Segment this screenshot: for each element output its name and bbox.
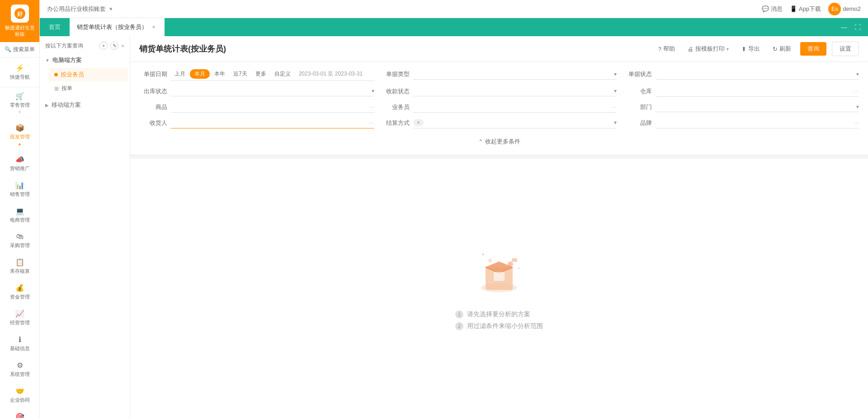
out-status-label: 出库状态: [139, 87, 171, 95]
pc-scheme-header[interactable]: ▼ 电脑端方案: [40, 53, 130, 67]
product-dots: ···: [369, 103, 374, 110]
app-logo[interactable]: 好 畅捷通好生意 标版: [0, 0, 39, 42]
salesperson-select[interactable]: ···: [413, 101, 617, 113]
brand-label: 品牌: [624, 119, 656, 127]
warehouse-dots: ···: [854, 87, 859, 95]
collapse-panel-btn[interactable]: «: [121, 43, 124, 49]
tab-close-btn[interactable]: ×: [150, 24, 157, 31]
sidebar-item-system[interactable]: ⚙ 系统管理: [0, 356, 39, 382]
mobile-scheme-header[interactable]: ▶ 移动端方案: [40, 98, 130, 112]
svg-point-5: [508, 261, 513, 267]
right-panel: 销货单统计表(按业务员) ? 帮助 🖨 按模板打印 ▾ ⬆ 导出: [130, 36, 868, 418]
date-custom-btn[interactable]: 自定义: [271, 69, 294, 79]
date-range-display: 2023-03-01 至 2023-03-31: [299, 70, 363, 78]
user-menu[interactable]: Ea demo2: [828, 3, 861, 15]
salesperson-dots: ···: [611, 103, 617, 110]
topbar-dropdown-icon[interactable]: ▾: [109, 5, 113, 12]
help-btn[interactable]: ? 帮助: [655, 43, 679, 55]
brand-select[interactable]: ···: [656, 117, 859, 128]
payment-arrow: ▾: [614, 119, 617, 126]
print-btn[interactable]: 🖨 按模板打印 ▾: [684, 43, 732, 55]
department-select[interactable]: ▾: [656, 102, 859, 112]
tab-sales-stats[interactable]: 销货单统计表（按业务员） ×: [70, 18, 165, 36]
tabbar: 首页 销货单统计表（按业务员） × — ⛶: [40, 18, 868, 36]
search-menu[interactable]: 🔍 搜索菜单: [0, 42, 39, 57]
scheme-item-by-salesperson[interactable]: 按业务员: [49, 68, 128, 81]
logo-icon: 好: [11, 5, 29, 23]
sidebar-item-collab[interactable]: 🤝 企业协同: [0, 382, 39, 408]
date-more-btn[interactable]: 更多: [252, 69, 270, 79]
topbar: 办公用品行业模拟账套 ▾ 💬 消息 📱 App下载 Ea demo2: [40, 0, 868, 18]
brand-dots: ···: [854, 119, 859, 126]
payment-method-select[interactable]: × ▾: [413, 117, 617, 128]
query-btn[interactable]: 查询: [800, 42, 826, 56]
app-download-btn[interactable]: 📱 App下载: [790, 5, 821, 13]
sidebar-item-operations[interactable]: 📈 经营管理: [0, 305, 39, 331]
payment-tag-close[interactable]: ×: [417, 119, 420, 126]
sidebar-quick-nav[interactable]: ⚡ 快捷导航: [0, 59, 39, 85]
collapse-filters-btn[interactable]: ⌃ 收起更多条件: [475, 134, 524, 149]
date-this-year-btn[interactable]: 本年: [211, 69, 229, 79]
add-scheme-btn[interactable]: +: [99, 42, 108, 50]
date-filter-control[interactable]: 上月 本月 本年 近7天 更多 自定义 2023-03-01 至 2023-03…: [171, 67, 374, 81]
sidebar-item-guide[interactable]: 🎯 新手引导: [0, 408, 39, 418]
empty-illustration: ✦ ✦: [472, 247, 526, 301]
settings-btn[interactable]: 设置: [832, 42, 859, 56]
doc-type-arrow: ▾: [614, 71, 617, 77]
refresh-icon: ↻: [773, 46, 778, 52]
collapse-up-icon: ⌃: [478, 138, 483, 145]
date-this-month-btn[interactable]: 本月: [190, 69, 210, 79]
sidebar-item-ecommerce[interactable]: 💻 电商管理: [0, 202, 39, 228]
receipt-status-arrow: ▾: [614, 88, 617, 94]
salesperson-label: 业务员: [382, 103, 413, 111]
doc-status-filter-row: 单据状态 ▾: [624, 67, 859, 81]
brand-row: 品牌 ···: [624, 117, 859, 128]
date-7days-btn[interactable]: 近7天: [230, 69, 251, 79]
sidebar-item-sales[interactable]: 📊 销售管理: [0, 176, 39, 202]
tab-maximize-btn[interactable]: ⛶: [853, 22, 863, 33]
edit-icon: ✎: [113, 43, 117, 49]
date-last-month-btn[interactable]: 上月: [171, 69, 189, 79]
doc-type-select[interactable]: ▾: [413, 69, 617, 80]
data-area: ✦ ✦ 1 请先选择要分析的方案 2 用过滤条件来缩小分析范围: [130, 159, 868, 418]
date-filter-row: 单据日期 上月 本月 本年 近7天 更多 自定义 2023-03-01 至 20…: [139, 67, 374, 81]
export-btn[interactable]: ⬆ 导出: [738, 43, 764, 55]
filter-area: 单据日期 上月 本月 本年 近7天 更多 自定义 2023-03-01 至 20…: [130, 62, 868, 155]
sidebar: 好 畅捷通好生意 标版 🔍 搜索菜单 ⚡ 快捷导航 🛒 零售管理 ▼ 📦 批发管…: [0, 0, 40, 418]
empty-state: ✦ ✦ 1 请先选择要分析的方案 2 用过滤条件来缩小分析范围: [455, 247, 543, 330]
messages-btn[interactable]: 💬 消息: [762, 5, 783, 13]
receipt-status-select[interactable]: ▾: [413, 86, 617, 96]
print-dropdown-icon[interactable]: ▾: [726, 47, 729, 52]
product-row: 商品 ···: [139, 101, 374, 113]
doc-status-select[interactable]: ▾: [656, 69, 859, 80]
search-icon: 🔍: [5, 46, 11, 52]
message-icon: 💬: [762, 5, 769, 12]
sidebar-item-wholesale[interactable]: 📦 批发管理 ▲: [0, 119, 39, 151]
active-indicator: [54, 73, 58, 76]
quick-nav-icon: ⚡: [15, 64, 24, 72]
warehouse-label: 仓库: [624, 87, 656, 95]
empty-hint-1: 1 请先选择要分析的方案: [455, 310, 543, 318]
pc-scheme-body: 按业务员 ⊞ 按单: [40, 68, 130, 95]
out-status-select[interactable]: ▾: [171, 86, 374, 96]
doc-status-label: 单据状态: [624, 70, 656, 78]
product-select[interactable]: ···: [171, 101, 374, 113]
sidebar-item-marketing[interactable]: 📣 营销推广: [0, 151, 39, 176]
scheme-item-by-doc[interactable]: ⊞ 按单: [49, 82, 128, 95]
sidebar-item-basic-info[interactable]: ℹ 基础信息: [0, 331, 39, 356]
page-actions: ? 帮助 🖨 按模板打印 ▾ ⬆ 导出 ↻ 刷新: [655, 42, 859, 56]
receiver-label: 收货人: [139, 119, 171, 127]
refresh-btn[interactable]: ↻ 刷新: [769, 43, 795, 55]
warehouse-select[interactable]: ···: [656, 86, 859, 97]
sidebar-item-purchase[interactable]: 🛍 采购管理: [0, 228, 39, 253]
tab-home[interactable]: 首页: [40, 18, 70, 36]
sidebar-item-finance[interactable]: 💰 资金管理: [0, 279, 39, 305]
tab-minimize-btn[interactable]: —: [839, 22, 849, 33]
svg-rect-7: [512, 258, 517, 262]
left-panel-title: 按以下方案查询: [45, 42, 83, 50]
sidebar-item-retail[interactable]: 🛒 零售管理 ▼: [0, 87, 39, 119]
sidebar-item-inventory[interactable]: 📋 库存核算: [0, 253, 39, 279]
edit-scheme-btn[interactable]: ✎: [110, 42, 118, 50]
date-label: 单据日期: [139, 70, 171, 78]
receiver-input[interactable]: ···: [171, 117, 374, 128]
